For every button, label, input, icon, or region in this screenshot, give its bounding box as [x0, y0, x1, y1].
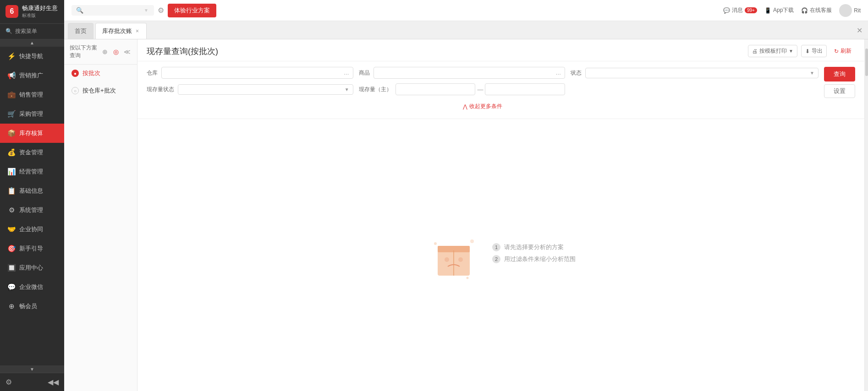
export-btn[interactable]: ⬇ 导出 — [801, 45, 827, 57]
empty-hint-1: 1 请先选择要分析的方案 — [492, 243, 576, 251]
search-icon: 🔍 — [76, 7, 83, 14]
app-download-action[interactable]: 📱 App下载 — [764, 6, 794, 14]
messages-action[interactable]: 💬 消息 99+ — [723, 6, 757, 14]
messages-badge: 99+ — [745, 7, 757, 13]
main-content: 🔍 ▼ ⚙ 体验行业方案 💬 消息 99+ 📱 App下载 🎧 在线客服 — [64, 0, 868, 391]
search-label: 搜索菜单 — [15, 27, 37, 35]
page-header: 现存量查询(按批次) 🖨 按模板打印 ▼ ⬇ 导出 ↻ 刷新 — [137, 39, 864, 61]
sidebar-item-purchase[interactable]: 🛒 采购管理 — [0, 104, 64, 124]
scrollbar-thumb[interactable] — [865, 49, 868, 76]
active-scheme-dot: ● — [71, 70, 79, 77]
sidebar-item-enterprise[interactable]: 🤝 企业协同 — [0, 220, 64, 239]
warehouse-input-field[interactable] — [165, 70, 344, 76]
close-all-tabs-icon[interactable]: ✕ — [857, 26, 863, 34]
inventory-status-select[interactable]: ▼ — [178, 84, 353, 95]
sidebar-item-quick-nav[interactable]: ⚡ 快捷导航 — [0, 47, 64, 66]
avatar — [839, 4, 852, 17]
message-icon: 💬 — [723, 7, 730, 14]
app-edition: 标准版 — [22, 12, 58, 19]
scheme-by-batch[interactable]: ● 按批次 — [64, 65, 137, 82]
scheme-by-warehouse-batch[interactable]: ○ 按仓库+批次 — [64, 82, 137, 99]
topbar-left: 🔍 ▼ ⚙ 体验行业方案 — [71, 4, 718, 17]
sidebar-item-label: 经营管理 — [19, 168, 43, 176]
scheme-settings-btn[interactable]: ◎ — [111, 47, 121, 56]
sidebar-item-system[interactable]: ⚙ 系统管理 — [0, 201, 64, 220]
sidebar-item-finance[interactable]: 💰 资金管理 — [0, 143, 64, 162]
warehouse-dots[interactable]: … — [344, 70, 349, 76]
tab-home[interactable]: 首页 — [68, 23, 93, 39]
search-icon: 🔍 — [5, 28, 12, 34]
sidebar-item-guide[interactable]: 🎯 新手引导 — [0, 239, 64, 258]
enterprise-icon: 🤝 — [7, 225, 16, 234]
basic-icon: 📋 — [7, 187, 16, 195]
topbar-search-box[interactable]: 🔍 ▼ — [71, 5, 154, 16]
sidebar-item-label: 应用中心 — [19, 264, 43, 272]
settings-btn[interactable]: 设置 — [824, 84, 855, 98]
sidebar-item-wechat[interactable]: 💬 企业微信 — [0, 277, 64, 297]
collapse-sidebar-icon[interactable]: ◀◀ — [48, 378, 59, 386]
topbar-search-input[interactable] — [86, 7, 141, 14]
svg-point-6 — [470, 239, 474, 243]
user-name: Rit — [854, 7, 861, 14]
sidebar-item-label: 新手引导 — [19, 244, 43, 253]
sales-icon: 💼 — [7, 91, 16, 99]
status-select[interactable]: ▼ — [585, 68, 819, 78]
product-dots[interactable]: … — [555, 70, 561, 76]
print-btn[interactable]: 🖨 按模板打印 ▼ — [748, 45, 797, 57]
warehouse-filter: 仓库 … — [147, 67, 353, 79]
sidebar-scroll-down[interactable]: ▼ — [0, 365, 64, 373]
warehouse-input[interactable]: … — [161, 67, 353, 79]
sidebar-item-label: 企业协同 — [19, 225, 43, 234]
sidebar-item-label: 采购管理 — [19, 110, 43, 118]
add-scheme-btn[interactable]: ⊕ — [100, 47, 110, 56]
apps-icon: 🔲 — [7, 264, 16, 272]
scheme-label: 按以下方案查询 — [70, 44, 100, 60]
sidebar-item-label: 基础信息 — [19, 187, 43, 195]
chevron-down-icon: ▼ — [810, 71, 814, 76]
industry-btn[interactable]: 体验行业方案 — [168, 4, 216, 17]
chevron-down-icon: ▼ — [144, 8, 148, 13]
app-download-label: App下载 — [773, 6, 794, 14]
sidebar-header: 6 畅康通好生意 标准版 — [0, 0, 64, 24]
tab-close-icon[interactable]: × — [135, 28, 140, 34]
sidebar-item-marketing[interactable]: 📢 营销推广 — [0, 66, 64, 85]
product-input-field[interactable] — [378, 70, 556, 76]
user-avatar-action[interactable]: Rit — [839, 4, 861, 17]
empty-text: 1 请先选择要分析的方案 2 用过滤条件来缩小分析范围 — [492, 243, 576, 267]
topbar-right: 💬 消息 99+ 📱 App下载 🎧 在线客服 Rit — [723, 4, 861, 17]
qty-max-input[interactable] — [485, 83, 565, 95]
finance-icon: 💰 — [7, 148, 16, 157]
sidebar-item-apps[interactable]: 🔲 应用中心 — [0, 258, 64, 277]
messages-label: 消息 — [732, 6, 743, 14]
inventory-status-label: 现存量状态 — [147, 86, 174, 93]
sidebar-item-sales[interactable]: 💼 销售管理 — [0, 85, 64, 104]
filter-actions: 查询 设置 — [824, 67, 855, 98]
refresh-btn[interactable]: ↻ 刷新 — [830, 45, 855, 57]
qty-min-input[interactable] — [396, 83, 476, 95]
topbar-gear-icon[interactable]: ⚙ — [158, 6, 164, 15]
sidebar-scroll-up[interactable]: ▲ — [0, 39, 64, 47]
customer-service-action[interactable]: 🎧 在线客服 — [801, 6, 832, 14]
collapse-bar[interactable]: ⋀ 收起更多条件 — [147, 100, 819, 113]
qty-range: — — [396, 83, 566, 95]
query-btn[interactable]: 查询 — [824, 67, 855, 81]
settings-icon[interactable]: ⚙ — [5, 378, 12, 386]
sidebar-footer: ⚙ ◀◀ — [0, 373, 64, 391]
sidebar-item-inventory[interactable]: 📦 库存核算 — [0, 124, 64, 143]
sidebar-search[interactable]: 🔍 搜索菜单 — [0, 24, 64, 39]
collapse-panel-btn[interactable]: ≪ — [122, 47, 132, 56]
product-input[interactable]: … — [374, 67, 566, 79]
tab-inventory-batch[interactable]: 库存批次账 × — [95, 23, 147, 39]
page-header-actions: 🖨 按模板打印 ▼ ⬇ 导出 ↻ 刷新 — [748, 45, 855, 57]
sidebar-item-basic[interactable]: 📋 基础信息 — [0, 181, 64, 201]
sidebar-item-label: 企业微信 — [19, 283, 43, 291]
product-filter: 商品 … — [359, 67, 566, 79]
status-label: 状态 — [571, 69, 582, 77]
scheme-by-batch-label: 按批次 — [82, 69, 100, 77]
right-scrollbar[interactable] — [864, 39, 868, 391]
sidebar-item-member[interactable]: ⊕ 畅会员 — [0, 297, 64, 316]
sidebar-item-operation[interactable]: 📊 经营管理 — [0, 162, 64, 181]
operation-icon: 📊 — [7, 168, 16, 176]
tab-inventory-batch-label: 库存批次账 — [102, 27, 132, 35]
inventory-status-filter: 现存量状态 ▼ — [147, 84, 353, 95]
